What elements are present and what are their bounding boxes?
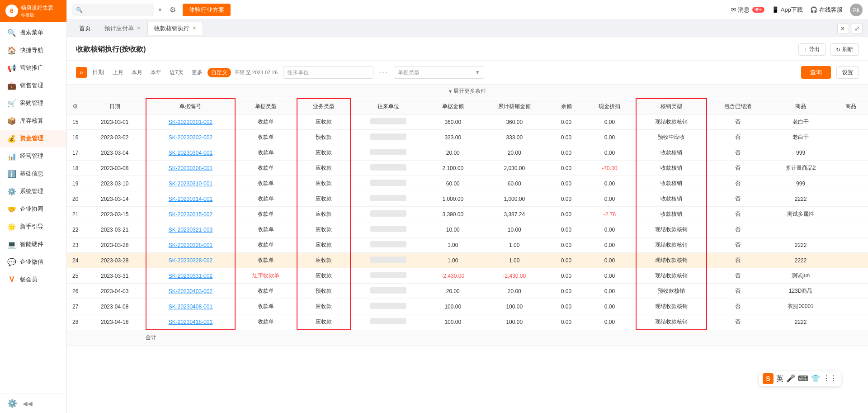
col-discount-header: 现金折扣	[584, 99, 636, 114]
sidebar-item-capital[interactable]: 💰 资金管理	[0, 130, 66, 147]
topbar-gear-icon[interactable]: ⚙	[166, 4, 179, 16]
cell-verify-type: 预收款核销	[636, 284, 707, 299]
date-more[interactable]: 更多	[189, 67, 206, 78]
table-row: 27 2023-04-08 SK-20230408-001 收款单 应收款 10…	[67, 299, 868, 314]
topbar-dropdown-icon[interactable]: ▼	[157, 7, 163, 13]
bill-no-link[interactable]: SK-20230302-002	[169, 134, 212, 141]
filter-toggle-button[interactable]: »	[76, 67, 87, 78]
search-icon: 🔍	[76, 7, 83, 13]
user-avatar[interactable]: Rit	[850, 4, 863, 16]
sidebar-item-hardware[interactable]: 💻 智能硬件	[0, 236, 66, 253]
footer-product1	[768, 330, 834, 346]
cell-accum: 10.00	[480, 222, 549, 237]
cell-verify-type: 收款核销	[636, 191, 707, 207]
tab-home[interactable]: 首页	[72, 22, 98, 35]
headset-icon: 🎧	[810, 6, 817, 13]
bill-no-link[interactable]: SK-20230301-002	[169, 119, 212, 125]
sidebar-item-operations[interactable]: 📊 经营管理	[0, 147, 66, 165]
footer-label: 合计	[67, 330, 235, 346]
sidebar-item-guide[interactable]: 🌟 新手引导	[0, 218, 66, 236]
tab-collection-close[interactable]: ✕	[192, 25, 196, 31]
bill-no-link[interactable]: SK-20230310-001	[169, 180, 212, 187]
cell-biz-type: 应收款	[297, 207, 350, 222]
sidebar-item-quick-nav[interactable]: 🏠 快捷导航	[0, 42, 66, 59]
online-support-button[interactable]: 🎧 在线客服	[810, 6, 843, 14]
date-last-month[interactable]: 上月	[109, 67, 127, 78]
bill-no-link[interactable]: SK-20230321-003	[169, 227, 212, 233]
cell-date: 2023-03-10	[84, 176, 146, 191]
cell-product2	[833, 299, 868, 314]
filter-setting-button[interactable]: 设置	[836, 66, 859, 79]
tab-close-button[interactable]: ✕	[837, 23, 848, 34]
bill-no-link[interactable]: SK-20230403-002	[169, 288, 212, 294]
cell-balance: 0.00	[549, 314, 584, 330]
tab-expand-button[interactable]: ⤢	[852, 23, 863, 34]
sidebar-item-wechat[interactable]: 💬 企业微信	[0, 253, 66, 271]
search-icon: 🔍	[7, 28, 16, 37]
enterprise-icon: 🤝	[7, 205, 16, 214]
messages-button[interactable]: ✉ 消息 99+	[731, 6, 764, 14]
cell-bill-type: 收款单	[235, 299, 297, 314]
cell-date: 2023-03-08	[84, 161, 146, 176]
sidebar-item-sales[interactable]: 💼 销售管理	[0, 77, 66, 95]
cell-bill-no: SK-20230308-001	[146, 161, 235, 176]
sidebar-item-enterprise[interactable]: 🤝 企业协同	[0, 200, 66, 218]
footer-unit	[350, 330, 426, 346]
sidebar-item-search[interactable]: 🔍 搜索菜单	[0, 24, 66, 42]
sidebar-item-basic[interactable]: ℹ️ 基础信息	[0, 165, 66, 183]
settings-icon[interactable]: ⚙️	[7, 399, 17, 408]
collapse-icon[interactable]: ◀◀	[23, 400, 33, 407]
tab-prepay[interactable]: 预计应付单 ✕	[98, 22, 147, 35]
bill-no-link[interactable]: SK-20230315-002	[169, 211, 212, 218]
date-this-month[interactable]: 本月	[128, 67, 146, 78]
unit-filter[interactable]: 往来单位	[283, 66, 373, 79]
bill-no-link[interactable]: SK-20230328-001	[169, 242, 212, 248]
solution-button[interactable]: 体验行业方案	[183, 4, 231, 16]
cell-unit	[350, 191, 426, 207]
cell-product1: 123D商品	[768, 284, 834, 299]
logo-text: 畅康道好生意 标推版	[21, 5, 53, 18]
bill-no-link[interactable]: SK-20230304-001	[169, 150, 212, 156]
logo-icon: 6	[5, 5, 18, 17]
cell-product2	[833, 222, 868, 237]
sidebar-item-purchase[interactable]: 🛒 采购管理	[0, 95, 66, 112]
date-this-year[interactable]: 本年	[147, 67, 165, 78]
sidebar-item-marketing[interactable]: 📢 营销推广	[0, 59, 66, 77]
cell-accum: 333.00	[480, 130, 549, 145]
cell-bill-no: SK-20230315-002	[146, 207, 235, 222]
date-7days[interactable]: 近7天	[166, 67, 187, 78]
query-button[interactable]: 查询	[801, 66, 831, 79]
sidebar-item-member[interactable]: V 畅会员	[0, 271, 66, 288]
topbar-search[interactable]: 🔍	[72, 4, 154, 16]
table-gear-icon[interactable]: ⚙	[72, 103, 78, 110]
watermark-logo: S	[763, 373, 774, 384]
col-settings-header[interactable]: ⚙	[67, 99, 84, 114]
sidebar-item-system[interactable]: ⚙️ 系统管理	[0, 183, 66, 200]
cell-date: 2023-03-04	[84, 145, 146, 161]
app-download-button[interactable]: 📱 App下载	[772, 6, 803, 14]
cell-discount: 0.00	[584, 299, 636, 314]
bill-no-link[interactable]: SK-20230314-001	[169, 196, 212, 202]
sidebar-item-inventory[interactable]: 📦 库存核算	[0, 112, 66, 130]
cell-date: 2023-03-15	[84, 207, 146, 222]
table-body: 15 2023-03-01 SK-20230301-002 收款单 应收款 36…	[67, 114, 868, 330]
bill-no-link[interactable]: SK-20230328-002	[169, 257, 212, 264]
table-row: 26 2023-04-03 SK-20230403-002 收款单 预收款 20…	[67, 284, 868, 299]
bill-no-link[interactable]: SK-20230331-002	[169, 273, 212, 279]
footer-accum	[480, 330, 549, 346]
cell-biz-type: 应收款	[297, 114, 350, 130]
cell-bill-type: 收款单	[235, 314, 297, 330]
tab-prepay-close[interactable]: ✕	[137, 25, 141, 31]
bill-no-link[interactable]: SK-20230418-001	[169, 319, 212, 325]
cell-bill-type: 红字收款单	[235, 268, 297, 284]
tab-collection[interactable]: 收款核销执行 ✕	[147, 22, 203, 35]
refresh-button[interactable]: ↻ 刷新	[830, 43, 859, 56]
bill-no-link[interactable]: SK-20230408-001	[169, 304, 212, 310]
export-button[interactable]: ↑ 导出	[798, 43, 826, 56]
cell-bill-type: 收款单	[235, 176, 297, 191]
cell-discount: 0.00	[584, 130, 636, 145]
bill-no-link[interactable]: SK-20230308-001	[169, 165, 212, 171]
date-custom[interactable]: 自定义	[208, 68, 231, 77]
type-filter[interactable]: 单据类型 ▼	[394, 66, 484, 79]
expand-conditions-button[interactable]: ▾ 展开更多条件	[449, 87, 486, 95]
